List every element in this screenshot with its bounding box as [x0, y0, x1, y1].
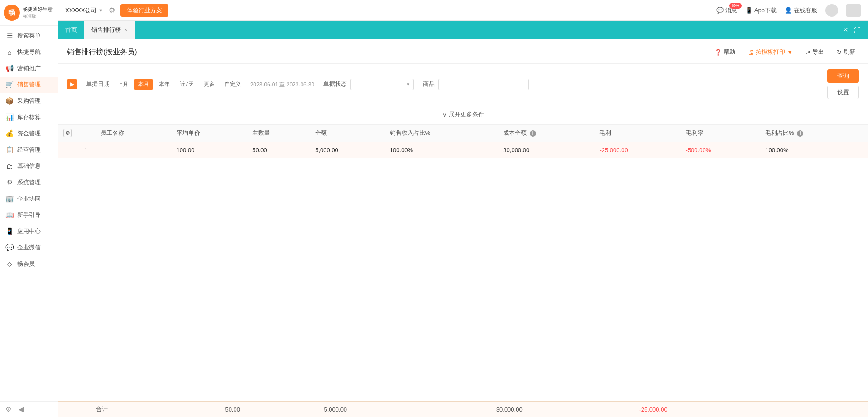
row-avg-price: 100.00: [171, 142, 247, 158]
status-select[interactable]: [350, 79, 414, 90]
sidebar-item-operations[interactable]: 📋 经营管理: [0, 142, 58, 158]
online-service-button[interactable]: 👤 在线客服: [785, 6, 817, 14]
sidebar-bottom: ⚙ ◀: [0, 401, 58, 417]
help-icon: ❓: [715, 49, 722, 56]
date-label: 单据日期: [86, 80, 110, 88]
sidebar-item-wechat[interactable]: 💬 企业微信: [0, 240, 58, 256]
footer-rank-cell: [72, 402, 91, 417]
filter-actions: 查询 设置: [827, 69, 859, 99]
refresh-icon: ↻: [837, 49, 842, 56]
footer-cost: 30,000.00: [491, 402, 634, 417]
content-area: 销售排行榜(按业务员) ❓ 帮助 🖨 按模板打印 ▼ ↗ 导出 ↻ 刷新: [58, 39, 868, 417]
date-tab-this-year[interactable]: 本年: [155, 79, 174, 90]
print-button[interactable]: 🖨 按模板打印 ▼: [744, 46, 796, 58]
guide-icon: 📖: [5, 211, 14, 219]
sidebar-item-member[interactable]: ◇ 畅会员: [0, 256, 58, 272]
sidebar-item-label: 营销推广: [17, 64, 41, 72]
row-settings: [58, 142, 77, 158]
filter-settings-button[interactable]: 设置: [827, 86, 859, 99]
col-header-amount: 全额: [310, 125, 384, 142]
company-name: XXXXX公司: [65, 6, 96, 14]
app-download-label: App下载: [754, 6, 777, 14]
goods-filter: 商品 ...: [423, 79, 529, 90]
filter-toggle-button[interactable]: ▶: [67, 79, 77, 89]
table-footer: 合计 50.00 5,000.00 30,000.00 -25,000.00: [58, 401, 868, 417]
main-content: XXXXX公司 ▼ ⚙ 体验行业方案 💬 消息 99+ 📱 App下载 👤 在线…: [58, 0, 868, 417]
col-header-qty: 主数量: [247, 125, 310, 142]
service-icon: 👤: [785, 7, 792, 14]
app-download-icon: 📱: [745, 7, 753, 14]
row-gross: -25,000.00: [594, 142, 680, 158]
help-button[interactable]: ❓ 帮助: [711, 46, 739, 58]
date-tab-7days[interactable]: 近7天: [176, 79, 198, 90]
filter-toggle-icon: ▶: [70, 81, 74, 87]
tab-close-icon[interactable]: ✕: [124, 27, 128, 33]
sidebar-item-guide[interactable]: 📖 新手引导: [0, 207, 58, 223]
settings-icon[interactable]: ⚙: [109, 6, 115, 14]
tab-home-label: 首页: [65, 26, 77, 34]
basic-info-icon: 🗂: [5, 163, 14, 170]
page-actions: ❓ 帮助 🖨 按模板打印 ▼ ↗ 导出 ↻ 刷新: [711, 46, 859, 58]
sidebar-item-search[interactable]: ☰ 搜索菜单: [0, 28, 58, 44]
app-icon: 📱: [5, 227, 14, 235]
col-header-avg-price: 平均单价: [171, 125, 247, 142]
user-info[interactable]: [846, 4, 861, 17]
date-tab-this-month[interactable]: 本月: [134, 79, 153, 90]
col-header-gross-pct: 毛利占比% i: [760, 125, 868, 142]
company-selector[interactable]: XXXXX公司 ▼: [65, 6, 103, 14]
tab-sales-ranking[interactable]: 销售排行榜 ✕: [84, 21, 135, 39]
cooperation-icon: 🏢: [5, 195, 14, 203]
footer-table: 合计 50.00 5,000.00 30,000.00 -25,000.00: [58, 402, 868, 417]
goods-placeholder: ...: [442, 81, 447, 88]
sidebar-item-cooperation[interactable]: 🏢 企业协同: [0, 191, 58, 207]
row-qty: 50.00: [247, 142, 310, 158]
footer-avg-price: [178, 402, 220, 417]
tab-maximize-icon[interactable]: ⛶: [854, 26, 861, 34]
query-button[interactable]: 查询: [827, 69, 859, 83]
date-tab-last-month[interactable]: 上月: [113, 79, 132, 90]
date-tab-more[interactable]: 更多: [200, 79, 219, 90]
message-badge: 99+: [729, 3, 742, 9]
sidebar-item-inventory[interactable]: 📊 库存核算: [0, 109, 58, 125]
sidebar-item-quick-nav[interactable]: ⌂ 快捷导航: [0, 44, 58, 60]
home-icon: ⌂: [5, 48, 14, 56]
tab-close-window-icon[interactable]: ✕: [843, 26, 849, 34]
table-row: 1 100.00 50.00 5,000.00 100.00% 30,000.0…: [58, 142, 868, 158]
col-header-employee: 员工名称: [95, 125, 171, 142]
footer-gross: -25,000.00: [633, 402, 784, 417]
sidebar-item-system[interactable]: ⚙ 系统管理: [0, 174, 58, 191]
sales-icon: 🛒: [5, 81, 14, 89]
sidebar-item-label: 基础信息: [17, 162, 41, 170]
tab-home[interactable]: 首页: [58, 21, 84, 39]
sidebar-item-marketing[interactable]: 📢 营销推广: [0, 60, 58, 77]
refresh-button[interactable]: ↻ 刷新: [833, 46, 859, 58]
sidebar-item-purchase[interactable]: 📦 采购管理: [0, 93, 58, 109]
trial-button[interactable]: 体验行业方案: [120, 4, 168, 17]
finance-icon: 💰: [5, 129, 14, 138]
footer-sales-pct: [449, 402, 491, 417]
logo-icon: 畅: [4, 5, 20, 21]
expand-label: 展开更多条件: [449, 110, 484, 119]
avatar[interactable]: [825, 4, 838, 17]
goods-input[interactable]: ...: [438, 79, 529, 90]
expand-conditions-button[interactable]: ∨ 展开更多条件: [442, 110, 484, 119]
collapse-icon[interactable]: ◀: [19, 405, 24, 413]
sidebar-item-label: 资金管理: [17, 129, 41, 138]
row-cost: 30,000.00: [498, 142, 594, 158]
sidebar-item-basic-info[interactable]: 🗂 基础信息: [0, 158, 58, 174]
sidebar-item-app[interactable]: 📱 应用中心: [0, 223, 58, 240]
sidebar-item-label: 企业微信: [17, 244, 41, 252]
column-settings-icon[interactable]: ⚙: [63, 129, 72, 137]
gross-pct-info-icon[interactable]: i: [797, 130, 803, 137]
message-button[interactable]: 💬 消息 99+: [716, 6, 737, 14]
system-icon: ⚙: [5, 178, 14, 187]
app-download-button[interactable]: 📱 App下载: [745, 6, 777, 14]
sidebar-item-sales[interactable]: 🛒 销售管理: [0, 77, 58, 93]
operations-icon: 📋: [5, 146, 14, 154]
export-button[interactable]: ↗ 导出: [802, 46, 828, 58]
cost-info-icon[interactable]: i: [530, 130, 536, 137]
sidebar-item-finance[interactable]: 💰 资金管理: [0, 125, 58, 142]
settings-bottom-icon[interactable]: ⚙: [5, 405, 11, 413]
filter-area: ▶ 单据日期 上月 本月 本年 近7天 更多 自定义 2023-06-01 至 …: [58, 64, 868, 125]
date-tab-custom[interactable]: 自定义: [221, 79, 245, 90]
